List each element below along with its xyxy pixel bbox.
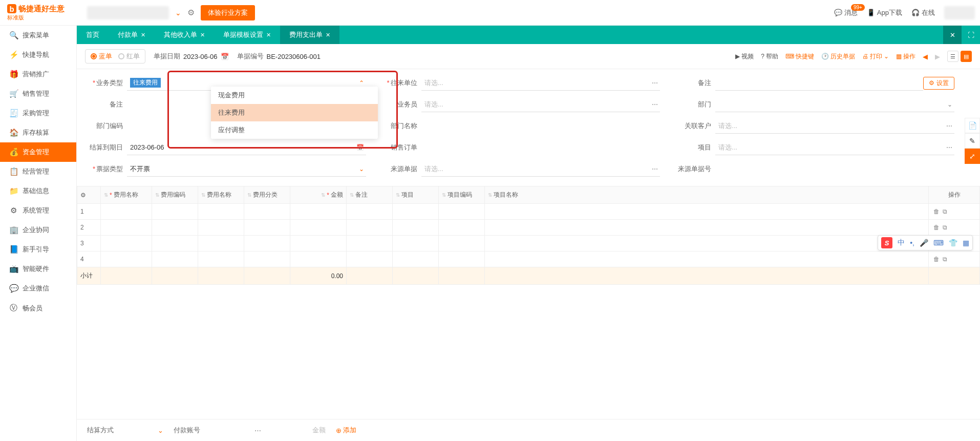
chevron-down-icon[interactable]: ⌄ [947, 101, 952, 108]
th-project[interactable]: ⇅项目 [393, 186, 439, 204]
sidebar-item-basedata[interactable]: 📁基础信息 [0, 181, 76, 201]
user-avatar[interactable] [944, 6, 975, 19]
ime-skin-icon[interactable]: 👕 [949, 239, 957, 247]
view-detail-button[interactable]: ▤ [961, 51, 972, 62]
th-fee-name[interactable]: ⇅*费用名称 [101, 186, 152, 204]
sidebar-item-search[interactable]: 🔍搜索菜单 [0, 26, 76, 45]
app-download-link[interactable]: 📱App下载 [867, 8, 902, 17]
pay-account[interactable]: 付款账号⋯ [174, 426, 261, 435]
table-row[interactable]: 3🗑⧉ [77, 236, 980, 251]
online-support-link[interactable]: 🎧在线 [911, 8, 935, 17]
tab-template[interactable]: 单据模板设置✕ [214, 26, 280, 44]
th-remark[interactable]: ⇅备注 [347, 186, 393, 204]
more-icon[interactable]: ⋯ [946, 144, 952, 151]
remark-input[interactable] [715, 75, 923, 91]
remark-field[interactable] [718, 79, 920, 87]
sidebar-item-operation[interactable]: 📋经营管理 [0, 162, 76, 181]
dept-name-input[interactable] [421, 118, 661, 134]
close-all-button[interactable]: ✕ [943, 26, 962, 44]
dropdown-option-adjust[interactable]: 应付调整 [211, 121, 378, 139]
history-link[interactable]: 🕑历史单据 [821, 52, 855, 61]
field-value[interactable]: 2023-06-06 [183, 53, 218, 60]
copy-icon[interactable]: ⧉ [943, 256, 947, 263]
tab-expense[interactable]: 费用支出单✕ [280, 26, 339, 44]
sidebar-item-guide[interactable]: 📘新手引导 [0, 240, 76, 259]
copy-icon[interactable]: ⧉ [943, 224, 947, 231]
float-note-button[interactable]: 📄 [965, 118, 980, 133]
chevron-down-icon[interactable]: ⌄ [158, 427, 163, 434]
invoice-select[interactable]: 不开票⌄ [127, 161, 366, 177]
rel-cust-select[interactable]: 请选...⋯ [715, 118, 954, 134]
video-link[interactable]: ▶视频 [735, 52, 754, 61]
sidebar-item-quicknav[interactable]: ⚡快捷导航 [0, 45, 76, 65]
sidebar-item-sales[interactable]: 🛒销售管理 [0, 84, 76, 103]
delete-icon[interactable]: 🗑 [933, 256, 940, 263]
th-fee-name2[interactable]: ⇅费用名称 [198, 186, 244, 204]
sidebar-item-enterprise[interactable]: 🏢企业协同 [0, 220, 76, 240]
sidebar-item-funds[interactable]: 💰资金管理 [0, 142, 76, 162]
delete-icon[interactable]: 🗑 [933, 224, 940, 231]
float-expand-button[interactable]: ⤢ [965, 149, 980, 164]
delete-icon[interactable]: 🗑 [933, 208, 940, 215]
sidebar-item-wecom[interactable]: 💬企业微信 [0, 279, 76, 298]
th-proj-code[interactable]: ⇅项目编码 [439, 186, 485, 204]
sidebar-item-system[interactable]: ⚙系统管理 [0, 201, 76, 220]
chevron-down-icon[interactable]: ⌄ [359, 165, 364, 173]
ime-lang[interactable]: 中 [898, 238, 905, 247]
more-icon[interactable]: ⋯ [946, 122, 952, 130]
fullscreen-button[interactable]: ⛶ [962, 26, 980, 44]
sidebar-item-member[interactable]: Ⓥ畅会员 [0, 298, 76, 318]
th-fee-cat[interactable]: ⇅费用分类 [244, 186, 290, 204]
gear-icon[interactable]: ⚙ [187, 8, 195, 17]
amount-field[interactable]: 金额 [312, 426, 326, 435]
view-list-button[interactable]: ☰ [947, 51, 958, 62]
close-icon[interactable]: ✕ [200, 32, 205, 38]
sidebar-item-marketing[interactable]: 🎁营销推广 [0, 65, 76, 84]
close-icon[interactable]: ✕ [266, 32, 271, 38]
staff-select[interactable]: 请选...⋯ [421, 97, 661, 112]
ime-keyboard-icon[interactable]: ⌨ [933, 239, 944, 247]
calendar-icon[interactable]: 📅 [221, 53, 229, 60]
add-button[interactable]: ⊕添加 [336, 426, 356, 435]
messages-link[interactable]: 💬消息 99+ [834, 8, 858, 17]
project-select[interactable]: 请选...⋯ [715, 140, 954, 155]
ime-punct-icon[interactable]: •, [910, 239, 914, 247]
radio-blue[interactable]: 蓝单 [91, 52, 112, 61]
sidebar-item-inventory[interactable]: 🏠库存核算 [0, 123, 76, 142]
dept-select[interactable]: ⌄ [715, 97, 954, 112]
table-row[interactable]: 1🗑⧉ [77, 204, 980, 220]
settle-date-input[interactable]: 2023-06-06📅 [127, 140, 366, 155]
calendar-icon[interactable]: 📅 [356, 144, 364, 151]
settings-button[interactable]: ⚙设置 [923, 77, 954, 90]
th-amount[interactable]: ⇅*金额 [290, 186, 347, 204]
sidebar-item-purchase[interactable]: 🧾采购管理 [0, 103, 76, 123]
dropdown-option-ar[interactable]: 往来费用 [211, 104, 378, 121]
org-selector[interactable] [87, 6, 169, 19]
ime-toolbar[interactable]: S 中 •, 🎤 ⌨ 👕 ▦ [878, 235, 973, 250]
unit-select[interactable]: 请选...⋯ [421, 75, 661, 91]
src-no-input[interactable] [715, 161, 954, 177]
tab-payment[interactable]: 付款单✕ [109, 26, 155, 44]
help-link[interactable]: ?帮助 [761, 52, 778, 61]
src-doc-select[interactable]: 请选...⋯ [421, 161, 661, 177]
ops-link[interactable]: ▦操作 [896, 52, 915, 61]
dropdown-option-cash[interactable]: 现金费用 [211, 87, 378, 104]
ime-toolbox-icon[interactable]: ▦ [963, 239, 969, 247]
tab-other-income[interactable]: 其他收入单✕ [155, 26, 214, 44]
th-gear[interactable]: ⚙ [77, 186, 101, 204]
th-fee-code[interactable]: ⇅费用编码 [152, 186, 198, 204]
more-icon[interactable]: ⋯ [652, 101, 658, 108]
more-icon[interactable]: ⋯ [652, 79, 658, 87]
chevron-down-icon[interactable]: ⌄ [175, 9, 181, 17]
close-icon[interactable]: ✕ [326, 32, 330, 38]
close-icon[interactable]: ✕ [141, 32, 145, 38]
prev-button[interactable]: ◀ [923, 53, 928, 60]
sidebar-item-hardware[interactable]: 📺智能硬件 [0, 259, 76, 279]
radio-red[interactable]: 红单 [118, 52, 140, 61]
table-row[interactable]: 2🗑⧉ [77, 220, 980, 236]
next-button[interactable]: ▶ [935, 53, 940, 60]
table-row[interactable]: 4🗑⧉ [77, 251, 980, 267]
print-link[interactable]: 🖨打印⌄ [862, 52, 889, 61]
shortcut-link[interactable]: ⌨快捷键 [785, 52, 814, 61]
settle-method[interactable]: 结算方式⌄ [87, 426, 163, 435]
